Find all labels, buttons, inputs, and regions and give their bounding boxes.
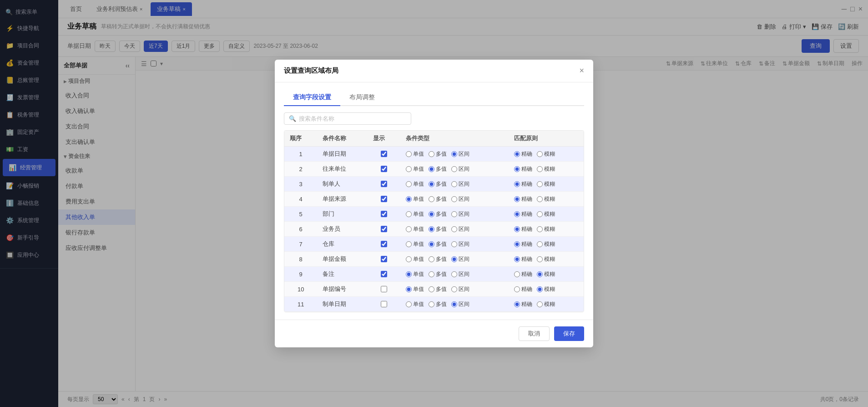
row-type-10[interactable]: 单值多值区间	[400, 297, 509, 312]
match-exact-9[interactable]: 精确	[514, 285, 532, 293]
row-display-2[interactable]	[368, 177, 400, 192]
type-range-5[interactable]: 区间	[451, 225, 469, 233]
row-display-6[interactable]	[368, 237, 400, 252]
modal-close-btn[interactable]: ×	[579, 66, 584, 76]
type-single-10[interactable]: 单值	[406, 300, 424, 308]
modal-save-button[interactable]: 保存	[554, 326, 584, 341]
cancel-button[interactable]: 取消	[519, 326, 550, 341]
type-multi-9[interactable]: 多值	[429, 285, 447, 293]
row-display-1[interactable]	[368, 162, 400, 177]
match-exact-10[interactable]: 精确	[514, 300, 532, 308]
match-exact-6[interactable]: 精确	[514, 240, 532, 248]
type-multi-10[interactable]: 多值	[429, 300, 447, 308]
match-fuzzy-9[interactable]: 模糊	[537, 285, 555, 293]
row-display-3[interactable]	[368, 192, 400, 207]
type-range-1[interactable]: 区间	[451, 165, 469, 173]
match-fuzzy-2[interactable]: 模糊	[537, 180, 555, 188]
type-multi-2[interactable]: 多值	[429, 180, 447, 188]
display-checkbox-10[interactable]	[381, 301, 387, 307]
display-checkbox-7[interactable]	[381, 256, 387, 262]
row-type-9[interactable]: 单值多值区间	[400, 282, 509, 297]
type-multi-8[interactable]: 多值	[429, 270, 447, 278]
type-multi-5[interactable]: 多值	[429, 225, 447, 233]
type-single-5[interactable]: 单值	[406, 225, 424, 233]
match-fuzzy-8[interactable]: 模糊	[537, 270, 555, 278]
match-exact-1[interactable]: 精确	[514, 165, 532, 173]
display-checkbox-3[interactable]	[381, 196, 387, 202]
row-match-5[interactable]: 精确模糊	[509, 222, 584, 237]
row-type-2[interactable]: 单值多值区间	[400, 177, 509, 192]
row-match-4[interactable]: 精确模糊	[509, 207, 584, 222]
match-fuzzy-4[interactable]: 模糊	[537, 210, 555, 218]
type-range-9[interactable]: 区间	[451, 285, 469, 293]
display-checkbox-5[interactable]	[381, 226, 387, 232]
match-fuzzy-0[interactable]: 模糊	[537, 150, 555, 158]
type-multi-1[interactable]: 多值	[429, 165, 447, 173]
row-display-0[interactable]	[368, 147, 400, 162]
row-display-7[interactable]	[368, 252, 400, 267]
type-multi-6[interactable]: 多值	[429, 240, 447, 248]
row-match-2[interactable]: 精确模糊	[509, 177, 584, 192]
display-checkbox-2[interactable]	[381, 181, 387, 187]
row-match-7[interactable]: 精确模糊	[509, 252, 584, 267]
match-fuzzy-1[interactable]: 模糊	[537, 165, 555, 173]
row-match-10[interactable]: 精确模糊	[509, 297, 584, 312]
display-checkbox-0[interactable]	[381, 151, 387, 157]
row-type-4[interactable]: 单值多值区间	[400, 207, 509, 222]
display-checkbox-6[interactable]	[381, 241, 387, 247]
match-fuzzy-6[interactable]: 模糊	[537, 240, 555, 248]
row-match-9[interactable]: 精确模糊	[509, 282, 584, 297]
row-type-3[interactable]: 单值多值区间	[400, 192, 509, 207]
row-display-8[interactable]	[368, 267, 400, 282]
type-range-8[interactable]: 区间	[451, 270, 469, 278]
row-display-5[interactable]	[368, 222, 400, 237]
type-range-2[interactable]: 区间	[451, 180, 469, 188]
row-type-6[interactable]: 单值多值区间	[400, 237, 509, 252]
type-multi-3[interactable]: 多值	[429, 195, 447, 203]
type-single-7[interactable]: 单值	[406, 255, 424, 263]
row-type-8[interactable]: 单值多值区间	[400, 267, 509, 282]
row-display-4[interactable]	[368, 207, 400, 222]
type-range-10[interactable]: 区间	[451, 300, 469, 308]
type-range-6[interactable]: 区间	[451, 240, 469, 248]
type-multi-7[interactable]: 多值	[429, 255, 447, 263]
match-fuzzy-3[interactable]: 模糊	[537, 195, 555, 203]
display-checkbox-1[interactable]	[381, 166, 387, 172]
row-type-0[interactable]: 单值多值区间	[400, 147, 509, 162]
row-match-8[interactable]: 精确模糊	[509, 267, 584, 282]
type-range-7[interactable]: 区间	[451, 255, 469, 263]
display-checkbox-4[interactable]	[381, 211, 387, 217]
match-exact-3[interactable]: 精确	[514, 195, 532, 203]
row-match-3[interactable]: 精确模糊	[509, 192, 584, 207]
row-type-1[interactable]: 单值多值区间	[400, 162, 509, 177]
type-range-4[interactable]: 区间	[451, 210, 469, 218]
type-single-9[interactable]: 单值	[406, 285, 424, 293]
tab-layout[interactable]: 布局调整	[340, 90, 384, 106]
row-type-7[interactable]: 单值多值区间	[400, 252, 509, 267]
match-exact-7[interactable]: 精确	[514, 255, 532, 263]
type-single-8[interactable]: 单值	[406, 270, 424, 278]
display-checkbox-9[interactable]	[381, 286, 387, 292]
type-single-0[interactable]: 单值	[406, 150, 424, 158]
match-fuzzy-10[interactable]: 模糊	[537, 300, 555, 308]
type-range-3[interactable]: 区间	[451, 195, 469, 203]
match-exact-8[interactable]: 精确	[514, 270, 532, 278]
modal-search-input[interactable]	[299, 115, 399, 122]
row-display-10[interactable]	[368, 297, 400, 312]
row-type-5[interactable]: 单值多值区间	[400, 222, 509, 237]
match-exact-2[interactable]: 精确	[514, 180, 532, 188]
type-single-4[interactable]: 单值	[406, 210, 424, 218]
match-exact-4[interactable]: 精确	[514, 210, 532, 218]
type-single-3[interactable]: 单值	[406, 195, 424, 203]
match-exact-0[interactable]: 精确	[514, 150, 532, 158]
row-display-9[interactable]	[368, 282, 400, 297]
match-fuzzy-7[interactable]: 模糊	[537, 255, 555, 263]
tab-query-fields[interactable]: 查询字段设置	[284, 90, 340, 106]
type-single-2[interactable]: 单值	[406, 180, 424, 188]
match-exact-5[interactable]: 精确	[514, 225, 532, 233]
display-checkbox-8[interactable]	[381, 271, 387, 277]
row-match-6[interactable]: 精确模糊	[509, 237, 584, 252]
type-multi-0[interactable]: 多值	[429, 150, 447, 158]
type-single-6[interactable]: 单值	[406, 240, 424, 248]
type-range-0[interactable]: 区间	[451, 150, 469, 158]
